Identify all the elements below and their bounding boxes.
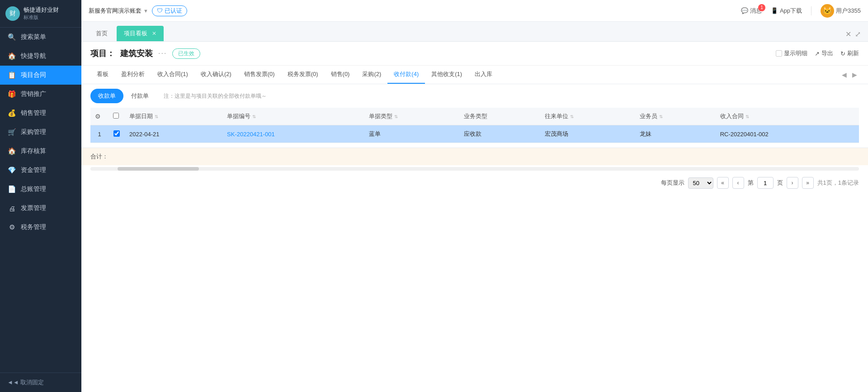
topbar-divider [811, 6, 811, 15]
sort-partner-icon[interactable]: ⇅ [570, 114, 574, 119]
sidebar-item-6[interactable]: 🏠库存核算 [0, 142, 81, 161]
project-name: 建筑安装 [120, 48, 153, 59]
tab-home[interactable]: 首页 [89, 26, 115, 41]
maximize-window-icon[interactable]: ⤢ [855, 30, 861, 38]
next-page-button[interactable]: › [787, 177, 798, 189]
row-checkbox[interactable] [113, 130, 120, 137]
table-row[interactable]: 1 2022-04-21 SK-20220421-001 蓝单 应收款 宏茂商场… [90, 125, 859, 143]
nav-label-3: 营销推广 [21, 90, 46, 98]
nav-icon-5: 🛒 [7, 128, 16, 136]
subtab-navigation: ◀ ▶ [840, 69, 859, 80]
tab-receipt[interactable]: 收款单 [90, 89, 123, 103]
sidebar-item-2[interactable]: 📋项目合同 [0, 66, 81, 85]
row-number: SK-20220421-001 [222, 125, 364, 143]
sidebar-item-4[interactable]: 💰销售管理 [0, 104, 81, 123]
logo-icon: 财 [5, 6, 20, 21]
nav-label-0: 搜索菜单 [21, 33, 46, 41]
user-avatar: 🐱 [821, 4, 834, 18]
row-seq: 1 [90, 125, 108, 143]
window-controls: ✕ ⤢ [845, 30, 861, 41]
nav-label-10: 税务管理 [21, 223, 46, 231]
unpin-button[interactable]: ◄◄ 取消固定 [0, 373, 81, 392]
page-content: 项目： 建筑安装 ··· 已生效 显示明细 ↗ 导出 ↻ 刷新 [81, 42, 868, 392]
export-button[interactable]: ↗ 导出 [815, 49, 833, 57]
nav-icon-0: 🔍 [7, 33, 16, 41]
data-table: ⚙ 单据日期⇅ 单据编号⇅ 单据类型⇅ [90, 108, 859, 143]
nav-icon-1: 🏠 [7, 52, 16, 60]
page-size-label: 每页显示 [661, 179, 684, 187]
sidebar-item-5[interactable]: 🛒采购管理 [0, 123, 81, 142]
subtab-purchase[interactable]: 采购(2) [356, 66, 387, 84]
nav-label-5: 采购管理 [21, 128, 46, 136]
first-page-button[interactable]: « [717, 177, 729, 189]
sidebar-item-7[interactable]: 💎资金管理 [0, 161, 81, 180]
th-checkbox [108, 108, 125, 125]
app-logo: 财 畅捷通好业财 标准版 [0, 0, 81, 28]
inner-tabs: 收款单 付款单 注：这里是与项目关联的全部收付款单哦～ [81, 84, 868, 103]
settings-icon[interactable]: ⚙ [95, 113, 101, 120]
show-detail-checkbox[interactable]: 显示明细 [776, 49, 807, 57]
nav-label-4: 销售管理 [21, 109, 46, 117]
show-detail-checkbox-box[interactable] [776, 50, 782, 57]
table-footer: 合计： [81, 148, 868, 165]
subtab-sales[interactable]: 销售(0) [325, 66, 356, 84]
nav-icon-7: 💎 [7, 166, 16, 174]
account-selector[interactable]: 新服务官网演示账套 ▼ [89, 7, 148, 15]
sidebar-item-9[interactable]: 🖨发票管理 [0, 199, 81, 218]
app-name: 畅捷通好业财 [24, 6, 59, 14]
subtab-other[interactable]: 其他收支(1) [425, 66, 468, 84]
subtab-income-contract[interactable]: 收入合同(1) [151, 66, 194, 84]
row-biz-type: 应收款 [459, 125, 541, 143]
subtab-profit[interactable]: 盈利分析 [115, 66, 151, 84]
project-label: 项目： [90, 48, 115, 59]
sidebar-item-10[interactable]: ⚙税务管理 [0, 218, 81, 237]
tab-bar: 首页 项目看板 ✕ ✕ ⤢ [81, 22, 868, 42]
page-number-input[interactable] [757, 177, 774, 189]
refresh-button[interactable]: ↻ 刷新 [840, 49, 859, 57]
nav-icon-2: 📋 [7, 71, 16, 79]
app-download-button[interactable]: 📱 App下载 [771, 7, 802, 15]
row-salesperson: 龙妹 [635, 125, 715, 143]
sidebar-item-1[interactable]: 🏠快捷导航 [0, 47, 81, 66]
sort-date-icon[interactable]: ⇅ [155, 114, 158, 119]
sort-number-icon[interactable]: ⇅ [252, 114, 256, 119]
row-type: 蓝单 [364, 125, 459, 143]
close-window-icon[interactable]: ✕ [845, 30, 851, 38]
message-badge: 1 [758, 4, 765, 11]
account-dropdown-icon[interactable]: ▼ [143, 8, 148, 14]
inner-note: 注：这里是与项目关联的全部收付款单哦～ [164, 92, 267, 100]
subtab-sales-invoice[interactable]: 销售发票(0) [238, 66, 281, 84]
subtab-kanban[interactable]: 看板 [90, 66, 115, 84]
sort-salesperson-icon[interactable]: ⇅ [659, 114, 663, 119]
tab-payment-slip[interactable]: 付款单 [123, 89, 156, 103]
sort-type-icon[interactable]: ⇅ [394, 114, 398, 119]
select-all-checkbox[interactable] [113, 113, 119, 119]
user-menu[interactable]: 🐱 用户3355 [821, 4, 861, 18]
nav-label-9: 发票管理 [21, 204, 46, 212]
nav-label-2: 项目合同 [21, 71, 46, 79]
subtab-inout[interactable]: 出入库 [468, 66, 499, 84]
message-icon: 💬 [741, 7, 748, 14]
horizontal-scrollbar[interactable] [90, 167, 859, 171]
sort-contract-icon[interactable]: ⇅ [745, 114, 749, 119]
page-size-select[interactable]: 50 100 200 [688, 177, 713, 189]
message-button[interactable]: 💬 消息 1 [741, 7, 762, 15]
tab-project-board[interactable]: 项目看板 ✕ [117, 26, 164, 41]
row-number-link[interactable]: SK-20220421-001 [227, 131, 275, 138]
prev-page-button[interactable]: ‹ [732, 177, 744, 189]
tab-close-icon[interactable]: ✕ [152, 30, 156, 37]
topbar-left: 新服务官网演示账套 ▼ 🛡 已认证 [89, 5, 187, 16]
sidebar-item-8[interactable]: 📄总账管理 [0, 180, 81, 199]
project-more-icon[interactable]: ··· [158, 49, 167, 57]
last-page-button[interactable]: » [802, 177, 814, 189]
subtab-income-confirm[interactable]: 收入确认(2) [194, 66, 238, 84]
scroll-thumb[interactable] [118, 167, 199, 171]
subtab-prev-icon[interactable]: ◀ [840, 69, 849, 80]
subtab-payment[interactable]: 收付款(4) [387, 66, 425, 84]
sidebar-item-0[interactable]: 🔍搜索菜单 [0, 28, 81, 47]
row-income-contract: RC-20220401-002 [716, 125, 859, 143]
sidebar-item-3[interactable]: 🎁营销推广 [0, 85, 81, 104]
subtab-tax-invoice[interactable]: 税务发票(0) [281, 66, 325, 84]
total-info: 共1页，1条记录 [817, 179, 859, 187]
subtab-next-icon[interactable]: ▶ [850, 69, 859, 80]
